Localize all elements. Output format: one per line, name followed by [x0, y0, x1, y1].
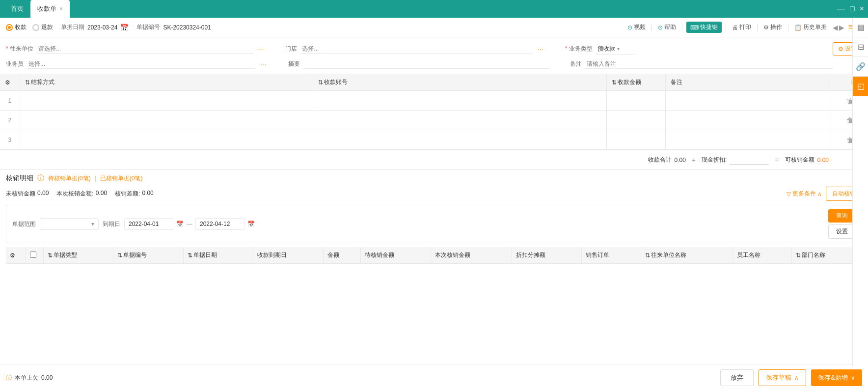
- bottom-col-settings[interactable]: ⚙: [6, 247, 26, 264]
- cell-account-3[interactable]: [313, 130, 607, 150]
- select-all-checkbox[interactable]: [30, 251, 36, 258]
- date-to-input[interactable]: [195, 218, 244, 230]
- cell-note-2[interactable]: [666, 111, 829, 130]
- radio-receive[interactable]: 收款: [6, 23, 27, 31]
- sort-doc-no[interactable]: ⇅ 单据编号: [117, 251, 147, 259]
- shortcut-icon: ⌨: [690, 24, 699, 31]
- sort-amount[interactable]: ⇅ 收款金额: [612, 78, 641, 86]
- business-type-select[interactable]: 预收款 ▾: [596, 44, 635, 55]
- save-new-btn[interactable]: 保存&新增 ∨: [811, 369, 862, 386]
- sidebar-expand-icon[interactable]: ◱: [853, 77, 868, 96]
- video-btn[interactable]: ⊙ 视频: [625, 22, 648, 32]
- verify-item: 可核销金额 0.00: [785, 156, 829, 164]
- sidebar-list-icon[interactable]: ⊟: [853, 37, 868, 57]
- main-container: 收款 退款 单据日期 2023-03-24 📅 单据编号 SK-20230324…: [0, 18, 868, 391]
- cell-payment-3[interactable]: [20, 130, 313, 150]
- tab-home[interactable]: 首页: [4, 0, 30, 18]
- operation-btn[interactable]: ⚙ 操作: [761, 22, 784, 32]
- print-btn[interactable]: 🖨 打印: [730, 22, 753, 32]
- help-btn[interactable]: ⊙ 帮助: [656, 22, 678, 32]
- shop-more-btn[interactable]: ···: [536, 45, 545, 53]
- radio-refund-dot: [32, 24, 39, 31]
- sort-counterpart[interactable]: ⇅ 往来单位名称: [645, 251, 686, 259]
- sort-icon-cp: ⇅: [645, 252, 650, 259]
- tab-separator: |: [95, 175, 96, 182]
- unverified-label: 未核销金额: [6, 190, 35, 198]
- col-payment-method: ⇅ 结算方式: [20, 74, 313, 91]
- discount-input[interactable]: [730, 155, 769, 165]
- form-row-1: 往来单位 ··· 门店 ··· 业务类型 预收款 ▾ ⚙ 设置: [6, 42, 862, 56]
- date-label: 单据日期: [61, 23, 84, 31]
- more-conditions-btn[interactable]: ▽ 更多条件 ∧: [787, 190, 822, 198]
- row-num-2: 2: [0, 111, 20, 130]
- radio-group: 收款 退款: [6, 23, 53, 31]
- done-tab[interactable]: 已核销单据(0笔): [100, 174, 143, 183]
- filter-actions: 查询 设置: [828, 209, 856, 239]
- radio-refund[interactable]: 退款: [32, 23, 53, 31]
- cell-account-1[interactable]: [313, 91, 607, 111]
- toolbar-doc-field: 单据编号 SK-20230324-001: [136, 23, 211, 31]
- nav-right-icon[interactable]: ▶: [839, 24, 844, 31]
- staff-more-btn[interactable]: ···: [259, 60, 269, 68]
- cell-payment-1[interactable]: [20, 91, 313, 111]
- radio-receive-dot: [6, 24, 13, 31]
- counterpart-more-btn[interactable]: ···: [256, 45, 266, 53]
- note-input[interactable]: [585, 59, 833, 69]
- range-select[interactable]: ▾: [40, 218, 99, 230]
- sort-doc-type[interactable]: ⇅ 单据类型: [48, 251, 77, 259]
- stats-row: 未核销金额 0.00 本次核销金额: 0.00 核销差额: 0.00 ▽ 更多条…: [6, 187, 862, 201]
- sidebar-link-icon[interactable]: 🔗: [853, 57, 868, 77]
- bottom-col-sales-order: 销售订单: [582, 247, 641, 264]
- pending-tab[interactable]: 待核销单据(0笔): [48, 174, 91, 183]
- info-icon[interactable]: ⓘ: [37, 174, 44, 183]
- sort-icon2: ⇅: [318, 79, 323, 86]
- shortcut-label: 快捷键: [700, 23, 718, 31]
- sidebar-table-icon[interactable]: ▤: [853, 18, 868, 37]
- equals-operator: =: [775, 156, 779, 164]
- sort-account[interactable]: ⇅ 收款账号: [318, 78, 348, 86]
- cell-amount-3[interactable]: [607, 130, 666, 150]
- abandon-btn[interactable]: 放弃: [720, 369, 754, 386]
- sort-payment[interactable]: ⇅ 结算方式: [25, 78, 54, 86]
- date-to-calendar-icon[interactable]: 📅: [247, 221, 255, 227]
- cell-note-1[interactable]: [666, 91, 829, 111]
- summary-input[interactable]: [303, 59, 551, 69]
- table-header-row: ⚙ ⇅ 结算方式 ⇅ 收款账号: [0, 74, 868, 91]
- date-separator: —: [187, 221, 192, 227]
- shortcut-btn[interactable]: ⌨ 快捷键: [686, 22, 722, 33]
- save-draft-btn[interactable]: 保存草稿 ∧: [759, 369, 806, 386]
- date-from-calendar-icon[interactable]: 📅: [176, 221, 184, 227]
- sort-dept[interactable]: ⇅ 部门名称: [796, 251, 825, 259]
- maximize-icon[interactable]: □: [850, 4, 855, 13]
- minimize-icon[interactable]: —: [837, 4, 845, 13]
- main-table: ⚙ ⇅ 结算方式 ⇅ 收款账号: [0, 74, 868, 150]
- footer-info-icon[interactable]: ⓘ: [6, 374, 12, 382]
- counterpart-input[interactable]: [36, 44, 253, 54]
- query-btn[interactable]: 查询: [828, 209, 856, 223]
- doc-value: SK-20230324-001: [163, 24, 211, 31]
- shop-input[interactable]: [300, 44, 533, 54]
- cell-amount-2[interactable]: [607, 111, 666, 130]
- bottom-col-due-date: 收款到期日: [253, 247, 324, 264]
- nav-left-icon[interactable]: ◀: [833, 24, 838, 31]
- staff-input[interactable]: [27, 59, 256, 69]
- range-arrow-icon: ▾: [91, 221, 94, 227]
- cell-account-2[interactable]: [313, 111, 607, 130]
- cell-note-3[interactable]: [666, 130, 829, 150]
- history-btn[interactable]: 📋 历史单据: [792, 22, 829, 32]
- cell-amount-1[interactable]: [607, 91, 666, 111]
- filter-settings-btn[interactable]: 设置: [828, 224, 856, 239]
- bottom-col-pending: 待核销金额: [361, 247, 431, 264]
- date-from-input[interactable]: [124, 218, 173, 230]
- tab-close-icon[interactable]: ×: [59, 5, 63, 12]
- cell-payment-2[interactable]: [20, 111, 313, 130]
- footer-right: 放弃 保存草稿 ∧ 保存&新增 ∨: [720, 369, 862, 386]
- col-settings[interactable]: ⚙: [0, 74, 20, 91]
- date-value: 2023-03-24: [87, 24, 117, 31]
- sort-doc-date[interactable]: ⇅ 单据日期: [188, 251, 217, 259]
- calendar-icon[interactable]: 📅: [120, 24, 129, 31]
- tab-current[interactable]: 收款单 ×: [30, 0, 70, 18]
- chevron-up-icon: ∧: [817, 191, 822, 197]
- close-icon[interactable]: ×: [860, 4, 864, 13]
- current-verify-stat: 本次核销金额: 0.00: [56, 190, 107, 198]
